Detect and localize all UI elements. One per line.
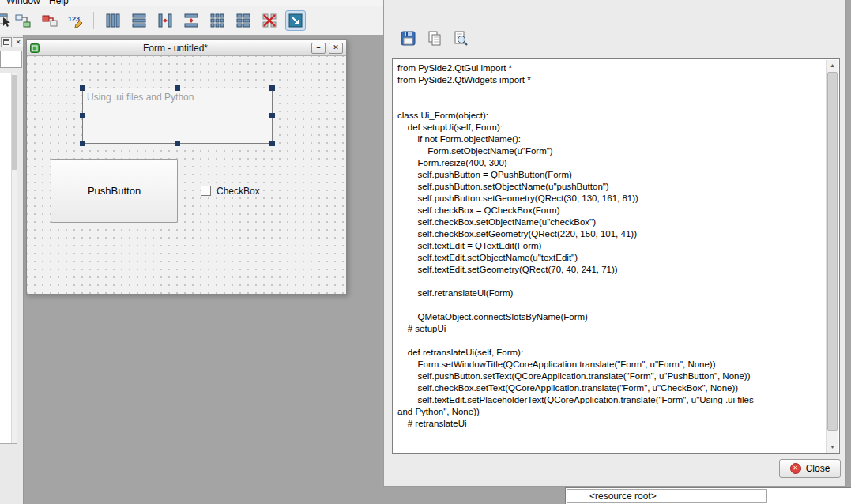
layout-horizontal-button[interactable] <box>103 10 123 31</box>
code-line: self.pushButton.setGeometry(QRect(30, 13… <box>397 193 826 205</box>
form-window-icon <box>30 43 40 53</box>
layout-grid-icon <box>209 12 226 29</box>
code-view[interactable]: from PySide2.QtGui import *from PySide2.… <box>393 60 826 453</box>
code-line: Form.setWindowTitle(QCoreApplication.tra… <box>397 359 826 370</box>
code-line: self.textEdit.setObjectName(u"textEdit") <box>397 252 826 264</box>
code-line: def retranslateUi(self, Form): <box>397 347 826 359</box>
code-line <box>397 299 826 311</box>
form-close-button[interactable]: ✕ <box>329 43 343 54</box>
code-line: self.textEdit.setPlaceholderText(QCoreAp… <box>397 394 826 406</box>
widget-filter-input[interactable] <box>0 51 22 68</box>
copy-icon <box>427 30 443 47</box>
selection-handle-n[interactable] <box>175 85 180 91</box>
layout-horizontal-splitter-button[interactable] <box>155 10 175 31</box>
code-line: self.retranslateUi(Form) <box>397 288 826 299</box>
form-window-titlebar[interactable]: Form - untitled* – ✕ <box>27 40 346 56</box>
code-preview-dialog: from PySide2.QtGui import *from PySide2.… <box>383 0 846 487</box>
code-line: from PySide2.QtGui import * <box>397 62 826 74</box>
resource-browser: <resource root> <box>565 487 851 504</box>
code-line: self.checkBox.setObjectName(u"checkBox") <box>397 216 826 228</box>
code-line <box>397 276 826 288</box>
code-line: Form.setObjectName(u"Form") <box>397 145 826 157</box>
code-line: from PySide2.QtWidgets import * <box>397 74 826 86</box>
code-line: # retranslateUi <box>397 418 826 430</box>
svg-text:123: 123 <box>68 15 80 23</box>
edit-signals-slots-icon <box>14 12 32 29</box>
widget-list-scroll-thumb[interactable] <box>12 75 17 170</box>
adjust-size-icon <box>287 12 304 29</box>
widget-list-scrollbar[interactable] <box>11 73 17 443</box>
code-line: self.pushButton.setObjectName(u"pushButt… <box>397 181 826 193</box>
selection-handle-nw[interactable] <box>80 85 85 91</box>
selection-handle-ne[interactable] <box>269 85 275 91</box>
layout-vertical-icon <box>130 12 148 29</box>
code-line: self.pushButton.setText(QCoreApplication… <box>397 370 826 382</box>
scrollbar-thumb[interactable] <box>827 72 838 431</box>
code-vertical-scrollbar[interactable]: ▲ ▼ <box>826 60 838 453</box>
code-frame: from PySide2.QtGui import *from PySide2.… <box>392 58 840 454</box>
dock-float-button[interactable] <box>1 37 12 47</box>
layout-horizontal-splitter-icon <box>156 12 174 29</box>
scroll-up-icon[interactable]: ▲ <box>827 60 838 71</box>
code-line: and Python", None)) <box>397 406 826 418</box>
close-button-icon: ✕ <box>790 463 801 474</box>
code-line: self.checkBox.setGeometry(QRect(220, 150… <box>397 228 826 240</box>
save-button[interactable] <box>397 27 419 49</box>
dock-close-icon: ✕ <box>16 39 21 46</box>
code-line: class Ui_Form(object): <box>397 110 826 122</box>
checkbox-box-icon[interactable] <box>201 186 211 196</box>
edit-widgets-icon <box>0 12 12 29</box>
textedit-placeholder: Using .ui files and Python <box>87 92 194 103</box>
resource-root-item[interactable]: <resource root> <box>567 489 767 503</box>
textedit-widget[interactable]: Using .ui files and Python <box>82 88 273 144</box>
selection-handle-sw[interactable] <box>80 141 85 146</box>
layout-grid-button[interactable] <box>207 10 228 31</box>
checkbox-widget[interactable]: CheckBox <box>201 175 281 207</box>
find-button[interactable] <box>449 27 471 49</box>
widget-box-dock: ✕ <box>0 35 24 504</box>
checkbox-label: CheckBox <box>217 186 260 197</box>
close-button-label: Close <box>806 463 830 474</box>
layout-vertical-button[interactable] <box>129 10 149 31</box>
pushbutton-label: PushButton <box>88 185 141 197</box>
main-toolbar: 123 <box>0 6 383 35</box>
close-button[interactable]: ✕ Close <box>779 459 841 478</box>
selection-handle-w[interactable] <box>80 113 85 118</box>
break-layout-button[interactable] <box>259 10 280 31</box>
code-line: Form.resize(400, 300) <box>397 157 826 169</box>
layout-form-icon <box>235 12 252 29</box>
code-line: QMetaObject.connectSlotsByName(Form) <box>397 311 826 323</box>
save-icon <box>400 30 416 47</box>
code-line <box>397 335 826 347</box>
selection-handle-se[interactable] <box>269 141 275 146</box>
code-line: self.pushButton = QPushButton(Form) <box>397 169 826 181</box>
code-line: def setupUi(self, Form): <box>397 122 826 134</box>
edit-buddies-icon <box>41 12 58 29</box>
code-line <box>397 98 826 110</box>
selection-handle-s[interactable] <box>175 141 180 146</box>
code-line <box>397 86 826 98</box>
form-minimize-button[interactable]: – <box>311 43 326 54</box>
scroll-down-icon[interactable]: ▼ <box>827 442 838 453</box>
selection-handle-e[interactable] <box>269 113 275 118</box>
layout-vertical-splitter-icon <box>183 12 200 29</box>
edit-widgets-button[interactable] <box>0 10 13 31</box>
form-canvas[interactable]: Using .ui files and Python PushButton Ch… <box>27 56 346 294</box>
dock-float-icon <box>3 39 9 45</box>
adjust-size-button[interactable] <box>285 10 306 31</box>
edit-buddies-button[interactable] <box>40 10 60 31</box>
copy-button[interactable] <box>424 27 446 49</box>
code-line: self.textEdit = QTextEdit(Form) <box>397 240 826 252</box>
edit-tab-order-button[interactable]: 123 <box>65 10 85 31</box>
find-icon <box>452 30 469 47</box>
menu-help[interactable]: Help <box>49 0 69 6</box>
edit-signals-slots-button[interactable] <box>13 10 33 31</box>
widget-box-list[interactable] <box>0 73 17 444</box>
edit-tab-order-icon: 123 <box>66 12 84 29</box>
pushbutton-widget[interactable]: PushButton <box>51 159 178 223</box>
dock-close-button[interactable]: ✕ <box>13 37 24 47</box>
layout-form-button[interactable] <box>233 10 254 31</box>
code-line: self.checkBox = QCheckBox(Form) <box>397 205 826 216</box>
menu-window[interactable]: Window <box>6 0 40 6</box>
layout-vertical-splitter-button[interactable] <box>181 10 201 31</box>
